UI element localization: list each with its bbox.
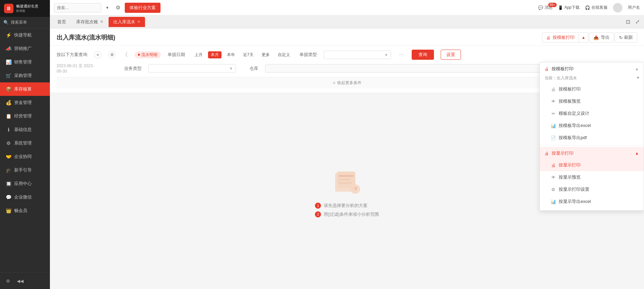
current-template-label: 当前：出入库流水 ▾ (540, 75, 644, 83)
refresh-btn[interactable]: ↻ 刷新 (615, 32, 637, 43)
sidebar-bottom: ⚙ ◀◀ (0, 272, 50, 289)
filter-collapse-left-btn[interactable]: 《 (122, 51, 128, 58)
sidebar-item-label: 应用中心 (14, 181, 32, 187)
collapse-label: 收起更多条件 (337, 80, 361, 85)
filter-add-btn[interactable]: + (94, 51, 101, 58)
sidebar-item-finance[interactable]: 💰 资金管理 (0, 96, 50, 109)
sidebar-item-purchase[interactable]: 🛒 采购管理 (0, 69, 50, 82)
online-service-btn[interactable]: 🎧 在线客服 (585, 5, 608, 10)
sidebar-item-guide[interactable]: 🎓 新手引导 (0, 163, 50, 177)
display-preview-item[interactable]: 👁 按显示预览 (540, 171, 644, 183)
sidebar-item-app-center[interactable]: 🔲 应用中心 (0, 177, 50, 190)
print-icon: 🖨 (546, 35, 551, 40)
sidebar-item-marketing[interactable]: 📣 营销推广 (0, 42, 50, 55)
inventory-icon: 📦 (5, 86, 11, 92)
template-custom-item[interactable]: ✏ 模板自定义设计 (540, 107, 644, 120)
tab-batch-account-close[interactable]: ✕ (100, 20, 103, 24)
sidebar-item-enterprise[interactable]: 🤝 企业协同 (0, 150, 50, 163)
template-section-chevron-icon: ▲ (635, 67, 639, 71)
voucher-type-select[interactable]: ▾ (324, 51, 391, 59)
filter-row-1: 按以下方案查询 + ⚙ 《 流水明细 单据日期 上月 本月 本年 近7天 更多 … (57, 50, 637, 60)
header-gear-btn[interactable]: ⚙ (113, 3, 123, 12)
sidebar-item-system[interactable]: ⚙ 系统管理 (0, 136, 50, 150)
date-last-7days-btn[interactable]: 近7天 (240, 51, 256, 58)
sidebar-item-quick-nav[interactable]: ⚡ 快捷导航 (0, 28, 50, 42)
header-dropdown-btn[interactable]: ▾ (103, 4, 111, 12)
enterprise-icon: 🤝 (5, 154, 11, 160)
sidebar-settings-btn[interactable]: ⚙ (3, 276, 13, 286)
sidebar-logo: B 畅捷通好生意 标准版 (0, 0, 50, 17)
display-export-excel-item[interactable]: 📊 按显示导出excel (540, 195, 644, 208)
display-print-settings-item[interactable]: ⚙ 按显示打印设置 (540, 183, 644, 195)
service-label: 在线客服 (591, 5, 608, 10)
filter-tag: 流水明细 (135, 51, 161, 58)
template-export-pdf-item[interactable]: 📄 按模板导出pdf (540, 132, 644, 144)
tab-home-label: 首页 (57, 19, 66, 25)
tabs-fullscreen-btn[interactable]: ⤢ (633, 18, 641, 26)
tabs-expand-btn[interactable]: ⊡ (624, 18, 632, 26)
sidebar-item-operations[interactable]: 📋 经营管理 (0, 109, 50, 123)
svg-rect-4 (339, 182, 352, 184)
date-current-month-btn[interactable]: 本月 (208, 51, 222, 58)
business-type-select[interactable]: ▾ (148, 64, 236, 73)
column-settings-btn[interactable]: 设置 (441, 50, 461, 60)
message-badge: 99+ (548, 3, 557, 7)
query-btn[interactable]: 查询 (412, 50, 434, 60)
voucher-type-chevron-icon: ▾ (385, 52, 387, 57)
industry-solution-btn[interactable]: 体验行业方案 (125, 3, 160, 13)
display-print-item-label: 按显示打印 (559, 162, 581, 168)
current-label-text: 当前：出入库流水 (545, 76, 577, 80)
username-label[interactable]: 用户名 (628, 5, 640, 10)
tab-home[interactable]: 首页 (53, 17, 71, 27)
page-content: 出入库流水(流水明细) 🖨 按模板打印 ▲ 📤 导出 ↻ (50, 28, 644, 289)
tab-inout-flow-close[interactable]: ✕ (137, 20, 140, 24)
sidebar-item-inventory[interactable]: 📦 库存核算 (0, 82, 50, 96)
app-name: 畅捷通好生意 (16, 4, 38, 8)
export-btn[interactable]: 📤 导出 (589, 32, 614, 43)
svg-rect-3 (339, 179, 350, 180)
dropdown-divider-1 (540, 145, 644, 146)
app-download-btn[interactable]: 📱 App下载 (558, 5, 580, 10)
filter-settings-btn[interactable]: ⚙ (108, 51, 116, 58)
voucher-type-more-btn[interactable]: ··· (398, 52, 405, 58)
template-print-btn[interactable]: 🖨 按模板打印 (542, 32, 579, 43)
display-print-settings-label: 按显示打印设置 (559, 186, 589, 192)
sidebar-item-label: 企业协同 (14, 154, 32, 160)
sidebar-collapse-btn[interactable]: ◀◀ (16, 276, 25, 286)
filter-tag-label: 流水明细 (141, 52, 157, 58)
sidebar-item-label: 经营管理 (14, 113, 32, 119)
sidebar-item-wecom[interactable]: 💬 企业微信 (0, 190, 50, 204)
date-custom-btn[interactable]: 自定义 (275, 51, 293, 58)
template-print-item[interactable]: 🖨 按模板打印 (540, 83, 644, 95)
display-print-item[interactable]: 🖨 按显示打印 (540, 159, 644, 171)
chevron-up-icon: ▲ (582, 35, 586, 40)
refresh-icon: ↻ (619, 35, 623, 40)
tab-inout-flow[interactable]: 出入库流水 ✕ (109, 17, 145, 27)
tab-batch-account[interactable]: 库存批次账 ✕ (71, 17, 108, 27)
tab-batch-account-label: 库存批次账 (76, 19, 98, 25)
empty-step-1: 1 请先选择要分析的方案 (315, 203, 379, 209)
date-more-btn[interactable]: 更多 (259, 51, 272, 58)
template-print-section-header[interactable]: 🖨 按模板打印 ▲ (540, 62, 644, 75)
header-search-input[interactable] (54, 3, 101, 12)
sidebar-search-menu[interactable]: 🔍 搜索菜单 (0, 17, 50, 28)
message-btn[interactable]: 💬 消息 99+ (538, 5, 553, 10)
sidebar-nav: ⚡ 快捷导航 📣 营销推广 📊 销售管理 🛒 采购管理 📦 库存核算 💰 资金管… (0, 28, 50, 272)
display-print-section-header[interactable]: 🖨 按显示打印 ▲ (540, 147, 644, 159)
template-print-item-icon: 🖨 (551, 86, 556, 92)
wecom-icon: 💬 (5, 194, 11, 200)
sidebar-item-sales[interactable]: 📊 销售管理 (0, 55, 50, 69)
empty-illustration: ? (330, 165, 364, 199)
template-export-excel-item[interactable]: 📊 按模板导出excel (540, 120, 644, 132)
sidebar-item-member[interactable]: 👑 畅会员 (0, 204, 50, 217)
template-preview-item[interactable]: 👁 按模板预览 (540, 95, 644, 107)
sidebar-item-basic-info[interactable]: ℹ 基础信息 (0, 123, 50, 136)
basic-info-icon: ℹ (5, 127, 11, 133)
display-print-item-icon: 🖨 (551, 162, 556, 168)
print-expand-btn[interactable]: ▲ (579, 32, 588, 43)
display-export-pdf-item[interactable]: 📄 按显示导出pdf (540, 208, 644, 211)
user-avatar[interactable] (613, 3, 622, 12)
date-last-month-btn[interactable]: 上月 (192, 51, 205, 58)
date-current-year-btn[interactable]: 本年 (224, 51, 238, 58)
business-type-chevron-icon: ▾ (230, 66, 232, 71)
